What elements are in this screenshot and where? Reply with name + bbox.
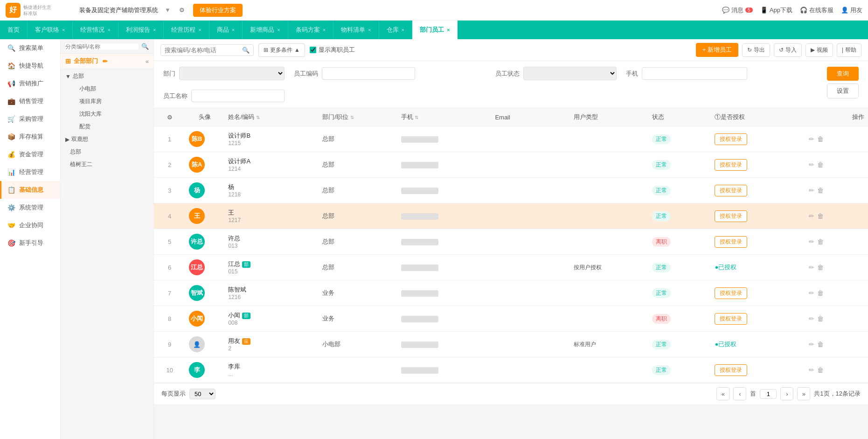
empstatus-select[interactable] <box>523 67 617 80</box>
nav-tab-close-部门员工[interactable]: × <box>447 27 450 33</box>
sidebar-item-销售管理[interactable]: 💼销售管理 <box>0 92 60 110</box>
dept-tree-item-zhishu[interactable]: 植树王二 <box>61 158 153 171</box>
export-button[interactable]: ↻ 导出 <box>742 43 770 57</box>
set-button[interactable]: 设置 <box>827 84 859 98</box>
auth-login-button[interactable]: 授权登录 <box>715 313 747 325</box>
delete-icon[interactable]: 🗑 <box>817 187 824 194</box>
delete-icon[interactable]: 🗑 <box>817 341 824 348</box>
sort-phone-icon[interactable]: ⇅ <box>415 115 418 120</box>
dept-collapse-icon[interactable]: « <box>146 58 149 65</box>
system-title-dropdown-icon[interactable]: ▼ <box>165 7 171 14</box>
delete-icon[interactable]: 🗑 <box>817 366 824 374</box>
nav-tab-close-商品[interactable]: × <box>232 27 235 33</box>
edit-icon[interactable]: ✏ <box>809 212 814 220</box>
nav-tab-首页[interactable]: 首页 <box>0 21 28 39</box>
show-resigned-checkbox[interactable] <box>310 47 316 53</box>
nav-tab-close-经营历程[interactable]: × <box>198 27 201 33</box>
trial-button[interactable]: 体验行业方案 <box>193 4 243 17</box>
sidebar-item-资金管理[interactable]: 💰资金管理 <box>0 146 60 163</box>
th-dept[interactable]: 部门/职位 ⇅ <box>319 108 397 126</box>
delete-icon[interactable]: 🗑 <box>817 289 824 297</box>
gear-icon[interactable]: ⚙ <box>175 4 188 17</box>
dept-tree-item-xiaodian[interactable]: 小电部 <box>70 83 153 95</box>
delete-icon[interactable]: 🗑 <box>817 315 824 322</box>
view-button[interactable]: ▶ 视频 <box>806 43 833 57</box>
nav-tab-close-经营情况[interactable]: × <box>107 27 110 33</box>
dept-search-icon[interactable]: 🔍 <box>141 43 149 50</box>
phone-input[interactable] <box>642 67 747 80</box>
show-resigned-checkbox-label[interactable]: 显示离职员工 <box>310 46 355 54</box>
edit-icon[interactable]: ✏ <box>809 187 814 194</box>
edit-icon[interactable]: ✏ <box>809 135 814 143</box>
employee-search-input[interactable] <box>165 47 239 54</box>
auth-login-button[interactable]: 授权登录 <box>715 159 747 171</box>
sidebar-item-系统管理[interactable]: ⚙️系统管理 <box>0 199 60 216</box>
nav-tab-利润报告[interactable]: 利润报告 × <box>118 21 164 39</box>
sidebar-item-库存核算[interactable]: 📦库存核算 <box>0 128 60 146</box>
th-settings[interactable]: ⚙ <box>154 108 185 126</box>
nav-tab-close-客户联络[interactable]: × <box>62 27 65 33</box>
nav-tab-仓库[interactable]: 仓库 × <box>379 21 412 39</box>
nav-tab-条码方案[interactable]: 条码方案 × <box>288 21 333 39</box>
edit-icon[interactable]: ✏ <box>809 315 814 322</box>
auth-login-button[interactable]: 授权登录 <box>715 236 747 248</box>
edit-icon[interactable]: ✏ <box>809 341 814 348</box>
edit-icon[interactable]: ✏ <box>809 289 814 297</box>
sidebar-item-营销推广[interactable]: 📢营销推广 <box>0 75 60 92</box>
first-page-button[interactable]: « <box>716 387 729 400</box>
sort-name-icon[interactable]: ⇅ <box>256 115 260 120</box>
page-number-input[interactable] <box>760 389 777 399</box>
delete-icon[interactable]: 🗑 <box>817 238 824 245</box>
search-button[interactable]: 查询 <box>827 67 859 81</box>
dept-tree-item-zongbu2[interactable]: 总部 <box>61 146 153 158</box>
auth-login-button[interactable]: 授权登录 <box>715 287 747 299</box>
delete-icon[interactable]: 🗑 <box>817 212 824 220</box>
per-page-select[interactable]: 50 100 <box>189 389 215 399</box>
nav-tab-新增商品[interactable]: 新增商品 × <box>243 21 288 39</box>
auth-login-button[interactable]: 授权登录 <box>715 210 747 222</box>
next-page-button[interactable]: › <box>780 387 793 400</box>
sidebar-item-基础信息[interactable]: 📋基础信息 <box>0 181 60 199</box>
dept-tree-item-xiangmu[interactable]: 项目库房 <box>70 95 153 108</box>
nav-tab-经营历程[interactable]: 经营历程 × <box>164 21 209 39</box>
th-phone[interactable]: 手机 ⇅ <box>397 108 492 126</box>
import-button[interactable]: ↺ 导入 <box>774 43 802 57</box>
app-download-button[interactable]: 📱 App下载 <box>760 6 792 14</box>
nav-tab-close-新增商品[interactable]: × <box>277 27 280 33</box>
prev-page-button[interactable]: ‹ <box>733 387 746 400</box>
delete-icon[interactable]: 🗑 <box>817 161 824 168</box>
add-employee-button[interactable]: + 新增员工 <box>696 43 738 57</box>
user-menu-button[interactable]: 👤 用友 <box>841 6 862 14</box>
sidebar-item-企业协同[interactable]: 🤝企业协同 <box>0 216 60 234</box>
dept-all-item[interactable]: ⊞ 全部部门 ✏ « <box>61 54 153 68</box>
nav-tab-close-条码方案[interactable]: × <box>323 27 326 33</box>
dept-tree-item-peihuo[interactable]: 配货 <box>70 120 153 133</box>
employee-search-icon[interactable]: 🔍 <box>242 47 250 54</box>
dept-search-input[interactable] <box>65 43 139 50</box>
edit-icon[interactable]: ✏ <box>809 161 814 168</box>
sidebar-item-经营管理[interactable]: 📊经营管理 <box>0 163 60 181</box>
more-conditions-button[interactable]: ⊞ 更多条件 ▲ <box>258 43 305 57</box>
nav-tab-close-利润报告[interactable]: × <box>153 27 156 33</box>
nav-tab-商品[interactable]: 商品 × <box>209 21 243 39</box>
dept-tree-item-zongbu-expand[interactable]: ▼ 总部 <box>61 70 153 83</box>
sort-dept-icon[interactable]: ⇅ <box>350 115 354 120</box>
auth-login-button[interactable]: 授权登录 <box>715 364 747 376</box>
nav-tab-物料清单[interactable]: 物料清单 × <box>333 21 379 39</box>
online-service-button[interactable]: 🎧 在线客服 <box>800 6 833 14</box>
nav-tab-经营情况[interactable]: 经营情况 × <box>73 21 118 39</box>
auth-login-button[interactable]: 授权登录 <box>715 185 747 196</box>
empname-input[interactable] <box>191 90 285 102</box>
dept-all-edit-icon[interactable]: ✏ <box>103 58 108 65</box>
help-button[interactable]: | 帮助 <box>837 43 861 57</box>
nav-tab-客户联络[interactable]: 客户联络 × <box>28 21 73 39</box>
nav-tab-close-物料清单[interactable]: × <box>368 27 371 33</box>
sidebar-item-新手引导[interactable]: 🎯新手引导 <box>0 234 60 252</box>
nav-tab-部门员工[interactable]: 部门员工 × <box>412 21 458 39</box>
delete-icon[interactable]: 🗑 <box>817 264 824 271</box>
auth-login-button[interactable]: 授权登录 <box>715 133 747 145</box>
edit-icon[interactable]: ✏ <box>809 238 814 245</box>
dept-tree-item-shenyang[interactable]: 沈阳大库 <box>70 108 153 120</box>
sidebar-item-搜索菜单[interactable]: 🔍搜索菜单 <box>0 39 60 57</box>
delete-icon[interactable]: 🗑 <box>817 135 824 143</box>
